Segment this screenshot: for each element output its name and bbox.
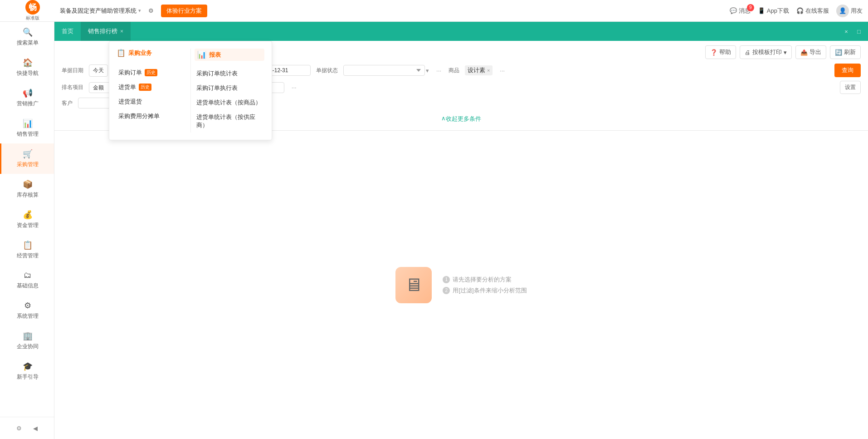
dropdown-col-title-reports: 📊 报表 <box>195 49 265 61</box>
top-right: 💬 消息 9 📱 App下载 🎧 在线客服 👤 用友 <box>730 5 863 17</box>
empty-text: 1 请先选择要分析的方案 2 用[过滤]条件来缩小分析范围 <box>443 276 527 295</box>
collapse-icon: ∧ <box>441 115 446 123</box>
sidebar-bottom: ⚙ ◀ <box>0 417 54 439</box>
tab-home[interactable]: 首页 <box>54 22 81 41</box>
avatar: 👤 <box>836 5 849 17</box>
content-area: 首页 销售排行榜 × × □ 📋 采购业务 采购订单 <box>54 22 868 439</box>
dropdown-item-po-summary[interactable]: 采购订单统计表 <box>195 66 265 81</box>
help-icon: ❓ <box>710 49 717 56</box>
rank-label: 排名项目 <box>62 84 83 91</box>
sidebar-item-enterprise[interactable]: 🏢 企业协同 <box>0 326 54 356</box>
goods-tag-close[interactable]: × <box>487 68 490 73</box>
report-icon: 📊 <box>197 50 206 59</box>
settings-btn[interactable]: 设置 <box>840 81 861 94</box>
logo-icon: 畅 <box>25 0 40 15</box>
tab-actions: × □ <box>837 22 868 41</box>
box-icon: 📦 <box>23 179 33 189</box>
sidebar-item-basic-info[interactable]: 🗂 基础信息 <box>0 265 54 295</box>
user-menu-btn[interactable]: 👤 用友 <box>836 5 863 17</box>
dropdown-divider <box>190 49 191 133</box>
sidebar-item-sales[interactable]: 📊 销售管理 <box>0 113 54 143</box>
window-maximize-btn[interactable]: □ <box>853 26 864 37</box>
money-icon: 💰 <box>23 210 33 220</box>
dropdown-col-reports: 📊 报表 采购订单统计表 采购订单执行表 进货单统计表（按商品） 进货单统计表（… <box>195 49 265 133</box>
goods-label: 商品 <box>449 67 459 74</box>
date-btn-today[interactable]: 今天 <box>89 64 108 77</box>
dropdown-item-goods-receipt[interactable]: 进货单 历史 <box>117 80 187 94</box>
help-btn[interactable]: ❓ 帮助 <box>705 45 736 59</box>
doc-status-select[interactable] <box>343 65 425 76</box>
sidebar-item-system[interactable]: ⚙ 系统管理 <box>0 295 54 326</box>
dropdown-item-goods-return[interactable]: 进货退货 <box>117 94 187 109</box>
building-icon: 🏢 <box>23 331 33 341</box>
doc-status-chevron: ▾ <box>426 67 429 74</box>
cart-icon: 🛒 <box>23 149 33 159</box>
top-center: 装备及固定资产辅助管理系统 ▾ ⚙ 体验行业方案 <box>60 5 730 17</box>
dropdown-item-receipt-by-goods[interactable]: 进货单统计表（按商品） <box>195 95 265 110</box>
refresh-btn[interactable]: 🔄 刷新 <box>830 45 861 59</box>
empty-illustration: 🖥 <box>395 267 432 303</box>
notification-badge: 9 <box>747 4 754 11</box>
home-icon: 🏠 <box>23 58 33 68</box>
toolbar-right: ❓ 帮助 🖨 按模板打印 ▾ 📤 导出 🔄 刷新 <box>705 45 861 59</box>
tab-close-icon[interactable]: × <box>120 28 123 35</box>
empty-tip-2: 2 用[过滤]条件来缩小分析范围 <box>443 286 527 295</box>
sidebar-settings-btn[interactable]: ⚙ <box>12 421 26 435</box>
sidebar-item-quick-nav[interactable]: 🏠 快捷导航 <box>0 52 54 83</box>
dropdown-col-procurement: 📋 采购业务 采购订单 历史 进货单 历史 进货退货 <box>117 49 187 133</box>
salesperson-dots[interactable]: ··· <box>290 84 298 91</box>
dropdown-item-receipt-by-supplier[interactable]: 进货单统计表（按供应商） <box>195 110 265 133</box>
folder-icon: 🗂 <box>24 271 32 280</box>
chevron-down-icon[interactable]: ▾ <box>138 8 141 14</box>
doc-status-label: 单据状态 <box>316 67 338 74</box>
chart-icon: 📊 <box>23 118 33 128</box>
dropdown-item-expense-allocation[interactable]: 采购费用分摊单 <box>117 109 187 123</box>
online-service-btn[interactable]: 🎧 在线客服 <box>796 7 829 15</box>
dropdown-item-po-execution[interactable]: 采购订单执行表 <box>195 81 265 95</box>
system-title: 装备及固定资产辅助管理系统 ▾ <box>60 7 141 15</box>
goods-dots[interactable]: ··· <box>498 67 507 74</box>
print-icon: 🖨 <box>745 49 751 56</box>
sidebar-item-operations[interactable]: 📋 经营管理 <box>0 235 54 265</box>
gear-icon: ⚙ <box>24 301 31 311</box>
date-label: 单据日期 <box>62 67 83 74</box>
tab-sales-rank[interactable]: 销售排行榜 × <box>81 22 131 41</box>
goods-tag: 设计素 × <box>465 65 493 75</box>
empty-tip-1: 1 请先选择要分析的方案 <box>443 276 512 284</box>
main-layout: 🔍 搜索菜单 🏠 快捷导航 📢 营销推广 📊 销售管理 🛒 采购管理 📦 <box>0 22 868 439</box>
dropdown-col-title-procurement: 📋 采购业务 <box>117 49 187 60</box>
empty-state: 🖥 1 请先选择要分析的方案 2 用[过滤]条件来缩小分析范围 <box>54 131 868 439</box>
dropdown-item-purchase-order[interactable]: 采购订单 历史 <box>117 65 187 80</box>
customer-label: 客户 <box>62 99 73 107</box>
sidebar-item-search[interactable]: 🔍 搜索菜单 <box>0 22 54 52</box>
sidebar-item-newbie[interactable]: 🎓 新手引导 <box>0 356 54 386</box>
top-bar: 畅 标准版 装备及固定资产辅助管理系统 ▾ ⚙ 体验行业方案 💬 消息 9 📱 … <box>0 0 868 22</box>
procurement-icon: 📋 <box>117 49 126 57</box>
clipboard-icon: 📋 <box>23 240 33 250</box>
system-settings-icon[interactable]: ⚙ <box>145 5 157 17</box>
notifications-btn[interactable]: 💬 消息 9 <box>730 7 751 15</box>
sidebar-item-inventory[interactable]: 📦 库存核算 <box>0 174 54 204</box>
headset-icon: 🎧 <box>796 7 804 14</box>
query-btn[interactable]: 查询 <box>834 64 861 77</box>
megaphone-icon: 📢 <box>23 88 33 98</box>
procurement-dropdown: 📋 采购业务 采购订单 历史 进货单 历史 进货退货 <box>109 41 272 140</box>
bell-icon: 💬 <box>730 7 737 14</box>
sidebar-item-finance[interactable]: 💰 资金管理 <box>0 204 54 235</box>
app-download-btn[interactable]: 📱 App下载 <box>758 7 789 15</box>
sidebar-nav: 🔍 搜索菜单 🏠 快捷导航 📢 营销推广 📊 销售管理 🛒 采购管理 📦 <box>0 22 54 417</box>
chevron-icon: ▾ <box>784 49 787 56</box>
sidebar-collapse-btn[interactable]: ◀ <box>28 421 43 435</box>
graduation-icon: 🎓 <box>23 361 33 371</box>
print-btn[interactable]: 🖨 按模板打印 ▾ <box>740 45 792 59</box>
search-icon: 🔍 <box>23 27 33 37</box>
sidebar-item-marketing[interactable]: 📢 营销推广 <box>0 83 54 113</box>
logo-area: 畅 标准版 <box>5 0 60 21</box>
step-1-circle: 1 <box>443 276 450 283</box>
window-close-btn[interactable]: × <box>841 26 852 37</box>
industry-btn[interactable]: 体验行业方案 <box>161 5 207 17</box>
sidebar-item-procurement[interactable]: 🛒 采购管理 <box>0 143 54 174</box>
export-icon: 📤 <box>800 49 808 56</box>
doc-status-dots[interactable]: ··· <box>434 67 443 74</box>
export-btn[interactable]: 📤 导出 <box>795 45 826 59</box>
